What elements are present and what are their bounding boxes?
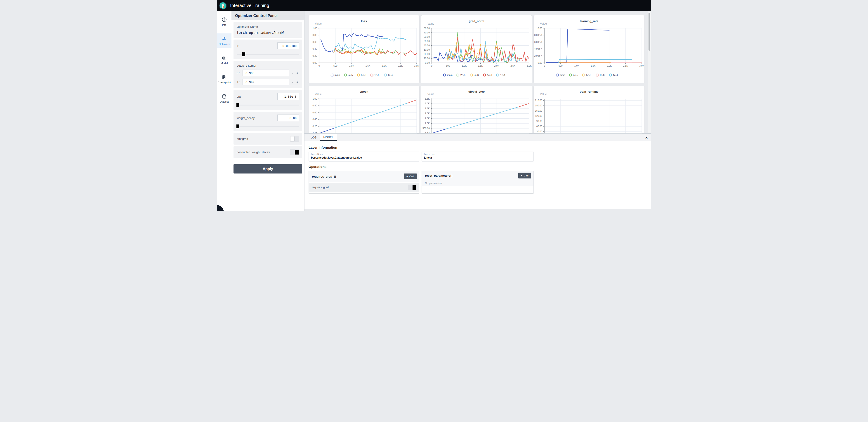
svg-text:2.5K: 2.5K [510, 64, 515, 67]
vertical-scrollbar[interactable] [648, 11, 651, 133]
slider-thumb[interactable] [237, 103, 239, 107]
amsgrad-label: amsgrad [237, 137, 248, 140]
operation-name: requires_grad_() [312, 175, 336, 178]
svg-text:0.00: 0.00 [425, 61, 430, 64]
scrollbar-thumb[interactable] [649, 13, 650, 51]
svg-text:210.00: 210.00 [535, 99, 542, 102]
sidebar-item-optimizer[interactable]: Optimizer [217, 33, 231, 48]
svg-text:5e-6: 5e-6 [474, 74, 479, 76]
weight-decay-slider[interactable] [237, 125, 299, 128]
legend-item-1e-4[interactable]: 1e-4 [384, 74, 393, 76]
legend-item-main[interactable]: main [556, 74, 565, 76]
slider-thumb[interactable] [242, 53, 245, 56]
betas-group: betas (2 items) 0: - + 1: - + [234, 61, 302, 88]
tab-log[interactable]: LOG [307, 134, 320, 141]
legend-item-2e-5[interactable]: 2e-5 [457, 74, 465, 76]
legend-item-main[interactable]: main [443, 74, 453, 76]
lr-slider[interactable] [237, 53, 299, 56]
svg-text:2.0K: 2.0K [607, 64, 612, 67]
legend-item-5e-6[interactable]: 5e-6 [470, 74, 478, 76]
beta-0-input[interactable] [243, 70, 289, 76]
beta-0-increment-button[interactable]: + [296, 71, 299, 75]
beta-1-increment-button[interactable]: + [296, 80, 299, 84]
svg-text:1e-6: 1e-6 [487, 74, 492, 76]
svg-text:0.00: 0.00 [538, 61, 542, 64]
svg-text:2.5K: 2.5K [398, 64, 403, 67]
lr-input[interactable] [277, 42, 299, 49]
svg-text:60.00: 60.00 [424, 35, 430, 38]
panel-tab-bar: LOG MODEL × [305, 134, 651, 141]
legend-item-5e-6[interactable]: 5e-6 [358, 74, 366, 76]
sidebar-item-dataset[interactable]: Dataset [217, 91, 231, 105]
beta-1-input[interactable] [243, 78, 289, 86]
legend-item-1e-6[interactable]: 1e-6 [596, 74, 604, 76]
svg-text:learning_rate: learning_rate [580, 20, 598, 23]
sidebar-item-info[interactable]: Info [217, 14, 231, 29]
info-icon [221, 17, 227, 22]
sidebar-item-checkpoint[interactable]: Checkpoint [217, 72, 231, 86]
decoupled-weight-decay-toggle[interactable] [290, 149, 299, 155]
panel-content: Layer Information Layer Name bert.encode… [305, 141, 651, 194]
chart-card-learning_rate: learning_rateValue0.008.00e-46.00e-44.00… [533, 15, 645, 84]
svg-text:1e-4: 1e-4 [613, 74, 618, 76]
svg-text:2.00e-4: 2.00e-4 [534, 55, 542, 57]
close-icon[interactable]: × [645, 135, 648, 140]
svg-text:0: 0 [544, 64, 545, 67]
beta-row-0: 0: - + [237, 70, 299, 76]
legend-item-1e-4[interactable]: 1e-4 [497, 74, 505, 76]
series-main [321, 34, 384, 53]
svg-text:2e-5: 2e-5 [460, 74, 465, 76]
call-button[interactable]: ▶ Call [404, 173, 417, 180]
svg-text:3.0K: 3.0K [414, 64, 419, 67]
svg-text:Value: Value [428, 22, 434, 25]
lr-group: lr [234, 39, 302, 59]
legend-item-1e-6[interactable]: 1e-6 [371, 74, 379, 76]
beta-0-decrement-button[interactable]: - [291, 71, 294, 75]
svg-text:main: main [560, 74, 565, 76]
svg-text:0.60: 0.60 [313, 111, 317, 114]
call-button[interactable]: ▶ Call [518, 172, 531, 178]
svg-text:train_runtime: train_runtime [580, 90, 598, 93]
series-main [319, 128, 334, 133]
svg-text:2.5K: 2.5K [623, 64, 628, 67]
svg-text:epoch: epoch [360, 90, 368, 93]
svg-text:6.00e-4: 6.00e-4 [534, 41, 542, 43]
slider-thumb[interactable] [237, 125, 239, 128]
eps-input[interactable] [277, 93, 299, 100]
llama-logo-icon [219, 2, 227, 10]
tab-model[interactable]: MODEL [320, 134, 337, 141]
legend-item-2e-5[interactable]: 2e-5 [344, 74, 353, 76]
series-main [432, 129, 446, 133]
svg-text:150.00: 150.00 [535, 109, 542, 112]
legend-item-main[interactable]: main [331, 74, 340, 76]
optimizer-name-value: torch.optim.adamw.AdamW [237, 31, 299, 35]
operation-card-requires-grad: requires_grad_() ▶ Call requires_grad [309, 171, 419, 194]
requires-grad-toggle[interactable] [408, 185, 417, 190]
amsgrad-toggle[interactable] [290, 136, 299, 142]
svg-text:1.0K: 1.0K [425, 122, 430, 125]
lr-label: lr [237, 44, 238, 48]
svg-text:0: 0 [318, 64, 320, 67]
sidebar-item-model[interactable]: Model [217, 53, 231, 67]
apply-button[interactable]: Apply [234, 164, 302, 173]
svg-text:3.0K: 3.0K [639, 64, 644, 67]
svg-text:grad_norm: grad_norm [469, 20, 484, 23]
legend-item-1e-4[interactable]: 1e-4 [609, 74, 618, 76]
play-icon: ▶ [407, 175, 408, 177]
layer-type-value: Linear [424, 156, 531, 159]
svg-text:50.00: 50.00 [424, 40, 430, 42]
legend-item-5e-6[interactable]: 5e-6 [583, 74, 591, 76]
series-1e-4 [334, 103, 407, 128]
svg-text:8.00e-4: 8.00e-4 [534, 34, 542, 36]
weight-decay-input[interactable] [277, 115, 299, 121]
beta-1-decrement-button[interactable]: - [291, 80, 294, 84]
svg-text:1.00: 1.00 [313, 97, 317, 100]
series-1e-4 [446, 107, 520, 129]
legend-item-2e-5[interactable]: 2e-5 [569, 74, 578, 76]
svg-text:0.20: 0.20 [313, 125, 317, 128]
legend-item-1e-6[interactable]: 1e-6 [483, 74, 492, 76]
svg-text:1.5K: 1.5K [425, 117, 430, 120]
sidebar-item-label: Optimizer [219, 43, 230, 45]
weight-decay-group: weight_decay [234, 111, 302, 131]
eps-slider[interactable] [237, 103, 299, 107]
